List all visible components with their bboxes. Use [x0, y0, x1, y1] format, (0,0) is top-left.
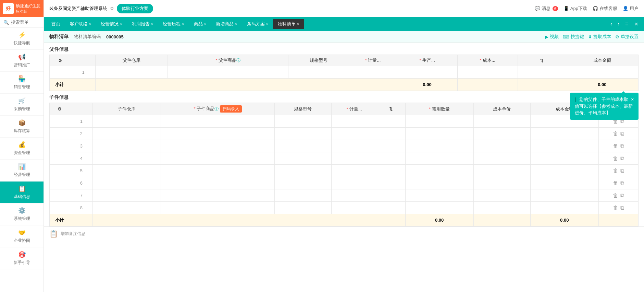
- parent-row1-spec[interactable]: [288, 66, 349, 79]
- child-row4-product[interactable]: [161, 152, 275, 165]
- child-row6-warehouse[interactable]: [93, 177, 161, 189]
- child-row2-unit[interactable]: [331, 128, 377, 140]
- child-row5-product[interactable]: [161, 165, 275, 177]
- tab-barcode-close[interactable]: ×: [266, 22, 268, 26]
- sidebar-item-enterprise[interactable]: 🤝 企业协同: [0, 225, 44, 247]
- delete-icon-8[interactable]: 🗑: [613, 205, 618, 211]
- parent-row1-warehouse[interactable]: [95, 66, 168, 79]
- child-row6-product[interactable]: [161, 177, 275, 189]
- child-row7-spec[interactable]: [275, 189, 332, 202]
- tab-goods[interactable]: 商品 ×: [189, 19, 211, 29]
- message-btn[interactable]: 💬 消息 6: [535, 5, 558, 12]
- child-row2-spec[interactable]: [275, 128, 332, 140]
- app-download-btn[interactable]: 📱 App下载: [564, 5, 587, 12]
- child-row6-qty[interactable]: [405, 177, 473, 189]
- parent-settings-icon[interactable]: ⚙: [58, 58, 62, 63]
- child-row6-unit[interactable]: [331, 177, 377, 189]
- child-row5-warehouse[interactable]: [93, 165, 161, 177]
- child-row1-qty[interactable]: [405, 115, 473, 128]
- settings-icon[interactable]: ⚙: [110, 6, 114, 11]
- child-row2-qty[interactable]: [405, 128, 473, 140]
- child-row8-spec[interactable]: [275, 202, 332, 214]
- sidebar-item-operations[interactable]: 📊 经营管理: [0, 160, 44, 182]
- tab-history[interactable]: 经营历程 ×: [158, 19, 189, 29]
- child-row2-warehouse[interactable]: [93, 128, 161, 140]
- copy-icon-7[interactable]: ⧉: [620, 192, 624, 199]
- copy-icon-4[interactable]: ⧉: [620, 155, 624, 162]
- child-row7-product[interactable]: [161, 189, 275, 202]
- child-row7-unit[interactable]: [331, 189, 377, 202]
- tab-history-close[interactable]: ×: [182, 22, 184, 26]
- child-row1-product[interactable]: [161, 115, 275, 128]
- delete-icon-2[interactable]: 🗑: [613, 131, 618, 137]
- tab-newgoods-close[interactable]: ×: [235, 22, 237, 26]
- sidebar-item-sales[interactable]: 🏪 销售管理: [0, 72, 44, 94]
- tab-new-goods[interactable]: 新增商品 ×: [211, 19, 242, 29]
- tab-home[interactable]: 首页: [47, 19, 65, 29]
- child-row8-warehouse[interactable]: [93, 202, 161, 214]
- extract-cost-btn[interactable]: ⬇ 提取成本: [588, 34, 611, 40]
- sidebar-item-inventory[interactable]: 📦 库存核算: [0, 116, 44, 138]
- sidebar-item-marketing[interactable]: 📢 营销推广: [0, 50, 44, 72]
- child-row3-product[interactable]: [161, 140, 275, 152]
- child-row7-warehouse[interactable]: [93, 189, 161, 202]
- tooltip-close-btn[interactable]: ×: [631, 96, 634, 103]
- copy-icon-2[interactable]: ⧉: [620, 131, 624, 137]
- parent-row1-product[interactable]: [168, 66, 288, 79]
- copy-icon-5[interactable]: ⧉: [620, 168, 624, 174]
- shortcut-btn[interactable]: ⌨ 快捷键: [563, 34, 584, 40]
- child-row1-unit[interactable]: [331, 115, 377, 128]
- sidebar-item-purchase[interactable]: 🛒 采购管理: [0, 94, 44, 116]
- receipt-settings-btn[interactable]: ⚙ 单据设置: [615, 34, 639, 40]
- tab-profit-close[interactable]: ×: [151, 22, 153, 26]
- nav-next-btn[interactable]: ›: [616, 20, 621, 28]
- copy-icon-3[interactable]: ⧉: [620, 143, 624, 149]
- tab-ops-close[interactable]: ×: [120, 22, 122, 26]
- child-row5-unit[interactable]: [331, 165, 377, 177]
- parent-row1-unit[interactable]: [349, 66, 397, 79]
- copy-icon-6[interactable]: ⧉: [620, 180, 624, 186]
- copy-icon-8[interactable]: ⧉: [620, 205, 624, 211]
- sidebar-item-guide[interactable]: 🎯 新手引导: [0, 247, 44, 269]
- tab-goods-close[interactable]: ×: [204, 22, 206, 26]
- child-row3-unit[interactable]: [331, 140, 377, 152]
- child-row1-warehouse[interactable]: [93, 115, 161, 128]
- tab-profit[interactable]: 利润报告 ×: [127, 19, 158, 29]
- child-row3-warehouse[interactable]: [93, 140, 161, 152]
- close-all-tabs-btn[interactable]: ✕: [632, 21, 641, 27]
- online-service-btn[interactable]: 🎧 在线客服: [593, 5, 617, 12]
- child-row4-qty[interactable]: [405, 152, 473, 165]
- delete-icon-4[interactable]: 🗑: [613, 155, 618, 162]
- child-row5-spec[interactable]: [275, 165, 332, 177]
- child-row7-qty[interactable]: [405, 189, 473, 202]
- tab-bom[interactable]: 物料清单 ×: [273, 19, 304, 29]
- experience-button[interactable]: 体验行业方案: [117, 4, 153, 13]
- child-row5-qty[interactable]: [405, 165, 473, 177]
- nav-prev-btn[interactable]: ‹: [608, 20, 614, 28]
- delete-icon-5[interactable]: 🗑: [613, 168, 618, 174]
- child-row4-spec[interactable]: [275, 152, 332, 165]
- sidebar-item-quick-nav[interactable]: ⚡ 快捷导航: [0, 28, 44, 50]
- video-btn[interactable]: ▶ 视频: [545, 34, 559, 40]
- scan-input-btn[interactable]: 扫码录入: [220, 105, 242, 113]
- child-row8-unit[interactable]: [331, 202, 377, 214]
- child-row3-qty[interactable]: [405, 140, 473, 152]
- tab-barcode[interactable]: 条码方案 ×: [242, 19, 273, 29]
- child-row3-spec[interactable]: [275, 140, 332, 152]
- user-menu[interactable]: 👤 用户: [623, 5, 639, 12]
- sidebar-item-system[interactable]: ⚙️ 系统管理: [0, 203, 44, 225]
- child-row8-product[interactable]: [161, 202, 275, 214]
- child-row8-qty[interactable]: [405, 202, 473, 214]
- child-row2-product[interactable]: [161, 128, 275, 140]
- child-row6-spec[interactable]: [275, 177, 332, 189]
- search-menu[interactable]: 🔍 搜索菜单: [0, 17, 44, 28]
- tab-customer-close[interactable]: ×: [89, 22, 91, 26]
- child-settings-icon[interactable]: ⚙: [58, 106, 62, 112]
- child-row4-unit[interactable]: [331, 152, 377, 165]
- nav-menu-btn[interactable]: ≡: [623, 20, 630, 28]
- sidebar-item-basic-info[interactable]: 📋 基础信息: [0, 182, 44, 203]
- delete-icon-6[interactable]: 🗑: [613, 180, 618, 186]
- tab-operations[interactable]: 经营情况 ×: [96, 19, 127, 29]
- parent-row1-cost[interactable]: [457, 66, 518, 79]
- tab-bom-close[interactable]: ×: [297, 22, 299, 26]
